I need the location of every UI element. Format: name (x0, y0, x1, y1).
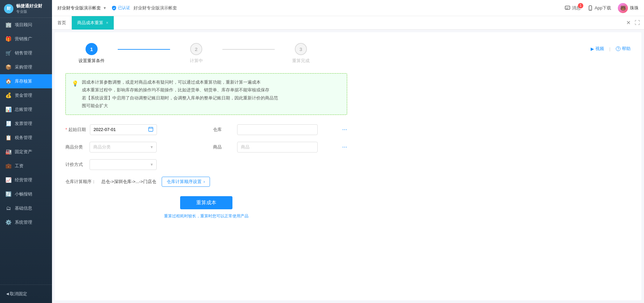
start-date-input[interactable]: 2022-07-01 (90, 124, 157, 135)
calendar-icon[interactable] (148, 127, 153, 133)
step-actions: ▶ 视频 | ? 帮助 (591, 43, 631, 52)
sidebar-item-finance[interactable]: 💰 资金管理 (0, 88, 52, 102)
message-button[interactable]: 消息 1 (565, 5, 581, 11)
step-1-circle: 1 (86, 43, 98, 55)
sidebar-pin-button[interactable]: ◄取消固定 (0, 288, 52, 300)
tab-home-label: 首页 (57, 20, 66, 26)
start-date-value: 2022-07-01 (94, 127, 116, 132)
main-area: 好业财专业版演示帐套 ▾ 已认证 好业财专业版演示帐套 消息 1 App下载 🐻… (52, 0, 644, 303)
steps-inner: 1 设置重算条件 2 计算中 3 (65, 43, 327, 64)
message-count: 1 (578, 3, 583, 8)
purchase-icon: 📦 (5, 64, 11, 70)
tab-cost-label: 商品成本重算 (77, 20, 103, 26)
account-selector[interactable]: 好业财专业版演示帐套 ▾ (57, 5, 106, 11)
sidebar-item-salary[interactable]: 💼 工资 (0, 159, 52, 173)
finance-icon: 💰 (5, 92, 11, 98)
warehouse-input[interactable] (237, 124, 318, 135)
sidebar-item-system[interactable]: ⚙️ 系统管理 (0, 215, 52, 229)
calc-order-settings-button[interactable]: 仓库计算顺序设置 › (162, 177, 210, 187)
category-label: 商品分类 (65, 144, 86, 150)
sidebar-item-salary-label: 工资 (15, 163, 23, 169)
tab-cost-recalc[interactable]: 商品成本重算 × (72, 16, 114, 30)
category-chevron-icon (151, 144, 153, 149)
sidebar-item-invoice-label: 发票管理 (15, 121, 32, 127)
sidebar-item-basic[interactable]: 🗂 基础信息 (0, 201, 52, 215)
ops-icon: 📈 (5, 177, 11, 183)
message-icon (565, 5, 571, 11)
sidebar-item-expense[interactable]: 🔄 小畅报销 (0, 187, 52, 201)
sidebar-item-finance-label: 资金管理 (15, 92, 32, 98)
sidebar-item-invoice[interactable]: 🧾 发票管理 (0, 117, 52, 131)
calc-order-label: 仓库计算顺序： (65, 179, 96, 185)
tab-close-icon[interactable]: × (106, 20, 108, 25)
topbar: 好业财专业版演示帐套 ▾ 已认证 好业财专业版演示帐套 消息 1 App下载 🐻… (52, 0, 644, 16)
sidebar-item-sales[interactable]: 🛒 销售管理 (0, 46, 52, 60)
sidebar-item-system-label: 系统管理 (15, 219, 32, 225)
account-name-display: 好业财专业版演示帐套 (57, 5, 101, 11)
sidebar-logo-info: 畅捷通好业财 专业版 (16, 3, 42, 14)
svg-point-2 (590, 9, 591, 10)
tab-expand-button[interactable]: ⛶ (635, 20, 640, 26)
logo-icon: 财 (4, 4, 13, 13)
steps-section: 1 设置重算条件 2 计算中 3 (65, 40, 631, 64)
account-dropdown-icon[interactable]: ▾ (104, 5, 106, 10)
inventory-icon: 🏠 (5, 78, 11, 84)
invoice-icon: 🧾 (5, 121, 11, 127)
video-link[interactable]: ▶ 视频 (591, 46, 604, 52)
sidebar-item-tax[interactable]: 📋 税务管理 (0, 131, 52, 145)
sidebar-item-project[interactable]: 🏢 项目顾问 (0, 18, 52, 32)
pricing-chevron-icon (151, 162, 153, 167)
warehouse-label: 仓库 (213, 127, 233, 133)
goods-input[interactable]: 商品 (237, 142, 318, 153)
goods-label: 商品 (213, 144, 233, 150)
sidebar: 财 畅捷通好业财 专业版 🏢 项目顾问 🎁 营销推广 🛒 销售管理 📦 采购管理… (0, 0, 52, 303)
step-connector-1 (118, 49, 170, 50)
sidebar-item-marketing[interactable]: 🎁 营销推广 (0, 32, 52, 46)
avatar: 🐻 (618, 3, 628, 13)
system-icon: ⚙️ (5, 219, 11, 225)
user-menu[interactable]: 🐻 珠珠 (618, 3, 639, 13)
salary-icon: 💼 (5, 163, 11, 169)
help-link[interactable]: ? 帮助 (616, 46, 631, 52)
info-box: 💡 因成本计算参数调整，或是对商品成本有疑问时，可以通过成本重算功能，重新计算一… (65, 73, 347, 115)
recalc-button[interactable]: 重算成本 (180, 196, 232, 209)
tab-close-button[interactable]: ✕ (626, 19, 631, 26)
verified-badge: 已认证 (111, 5, 130, 11)
account-full-name: 好业财专业版演示帐套 (133, 5, 177, 11)
step-2: 2 计算中 (170, 43, 222, 64)
goods-dots-button[interactable]: ··· (342, 143, 347, 150)
goods-placeholder: 商品 (241, 144, 250, 150)
step-3-label: 重算完成 (292, 58, 310, 64)
sidebar-item-purchase[interactable]: 📦 采购管理 (0, 60, 52, 74)
question-icon: ? (616, 46, 621, 51)
basic-icon: 🗂 (5, 205, 11, 211)
app-download-button[interactable]: App下载 (587, 5, 611, 11)
content-area: 1 设置重算条件 2 计算中 3 (55, 32, 641, 300)
pricing-field: 计价方式 (65, 159, 347, 170)
app-edition: 专业版 (16, 9, 42, 14)
chevron-right-icon: › (204, 179, 205, 184)
pricing-select[interactable] (90, 159, 157, 170)
warehouse-dots-button[interactable]: ··· (342, 126, 347, 133)
sidebar-item-tax-label: 税务管理 (15, 135, 32, 141)
tab-home[interactable]: 首页 (52, 16, 72, 30)
info-icon: 💡 (72, 79, 78, 110)
category-field: 商品分类 商品分类 (65, 142, 200, 153)
step-3-circle: 3 (295, 43, 307, 55)
assets-icon: 🏭 (5, 149, 11, 155)
step-2-circle: 2 (190, 43, 202, 55)
sidebar-item-accounting[interactable]: 📊 总账管理 (0, 102, 52, 117)
sidebar-item-assets-label: 固定资产 (15, 149, 32, 155)
info-text: 因成本计算参数调整，或是对商品成本有疑问时，可以通过成本重算功能，重新计算一遍成… (82, 78, 278, 110)
sidebar-item-assets[interactable]: 🏭 固定资产 (0, 145, 52, 159)
recalc-hint: 重算过程耗时较长，重算时您可以正常使用产品 (65, 213, 347, 219)
accounting-icon: 📊 (5, 106, 11, 113)
sidebar-item-ops[interactable]: 📈 经营管理 (0, 173, 52, 187)
pricing-label: 计价方式 (65, 162, 86, 168)
sidebar-item-inventory-label: 库存核算 (15, 78, 32, 84)
sidebar-item-marketing-label: 营销推广 (15, 36, 32, 42)
topbar-right: 消息 1 App下载 🐻 珠珠 (565, 3, 639, 13)
sidebar-item-inventory[interactable]: 🏠 库存核算 (0, 74, 52, 88)
category-select[interactable]: 商品分类 (90, 142, 157, 153)
pin-label: ◄取消固定 (5, 291, 27, 297)
